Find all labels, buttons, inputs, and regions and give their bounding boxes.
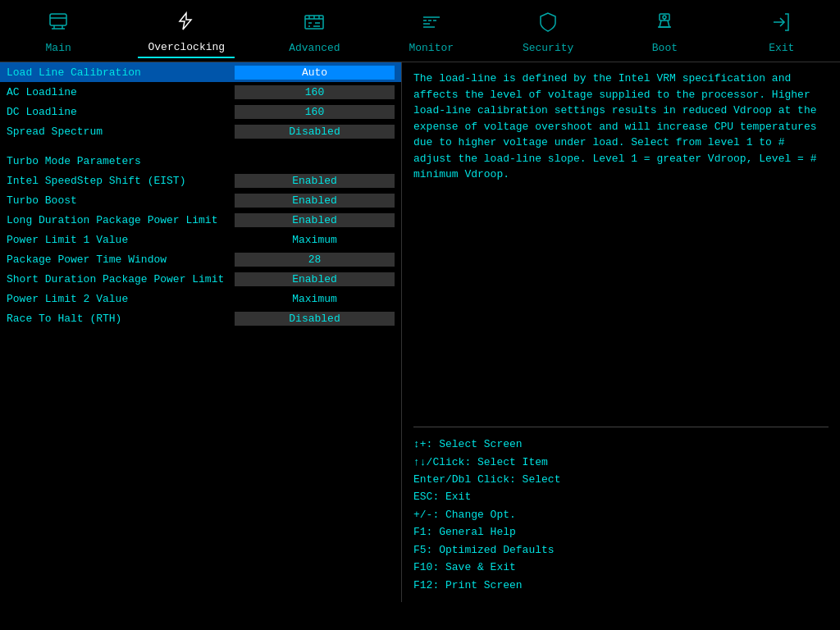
settings-row[interactable]: AC Loadline160 [0,82,401,102]
nav-overclocking[interactable]: Overclocking [138,7,235,58]
settings-row[interactable]: Long Duration Package Power LimitEnabled [0,210,401,230]
help-line: F5: Optimized Defaults [413,541,829,559]
settings-row[interactable]: Race To Halt (RTH)Disabled [0,308,401,328]
row-label: Power Limit 2 Value [7,293,235,305]
description-text: The load-line is defined by the Intel VR… [413,71,829,418]
row-label: AC Loadline [7,86,235,98]
settings-row[interactable]: DC Loadline160 [0,102,401,121]
nav-boot-label: Boot [652,42,678,54]
settings-panel: Load Line CalibrationAutoAC Loadline160D… [0,62,402,602]
settings-row[interactable]: Short Duration Package Power LimitEnable… [0,269,401,289]
nav-monitor[interactable]: Monitor [395,7,468,57]
security-icon [536,11,559,39]
settings-row[interactable]: Turbo Mode Parameters [0,151,401,171]
row-value: 160 [235,85,395,99]
spacer-row [0,141,401,151]
nav-security[interactable]: Security [511,7,585,57]
main-content: Load Line CalibrationAutoAC Loadline160D… [0,62,840,602]
row-label: DC Loadline [7,106,235,118]
overclocking-icon [175,10,198,38]
exit-icon [770,11,793,39]
help-line: F10: Save & Exit [413,559,829,576]
settings-row[interactable]: Intel SpeedStep Shift (EIST)Enabled [0,171,401,190]
row-label: Turbo Mode Parameters [7,155,395,167]
row-value: 160 [235,105,395,119]
row-value: Maximum [235,233,395,247]
row-value: Enabled [235,272,395,286]
advanced-icon [303,11,326,39]
row-value: Enabled [235,174,395,188]
svg-point-3 [663,16,666,19]
row-label: Turbo Boost [7,194,235,207]
row-label: Short Duration Package Power Limit [7,273,235,285]
row-value: 28 [235,253,395,267]
help-line: F12: Print Screen [413,577,829,594]
settings-row[interactable]: Package Power Time Window28 [0,249,401,269]
row-label: Package Power Time Window [7,253,235,266]
nav-overclocking-label: Overclocking [148,41,225,53]
help-line: ↕+: Select Screen [413,436,829,453]
row-label: Spread Spectrum [7,126,235,138]
info-panel: The load-line is defined by the Intel VR… [402,62,840,602]
row-value: Maximum [235,292,395,306]
nav-main[interactable]: Main [21,7,95,57]
divider [413,427,829,427]
top-nav: Main Overclocking Advanced Monitor Secur… [0,0,840,62]
nav-advanced-label: Advanced [289,42,340,54]
nav-boot[interactable]: Boot [628,7,701,57]
row-label: Long Duration Package Power Limit [7,214,235,226]
nav-advanced[interactable]: Advanced [277,7,351,57]
help-line: ESC: Exit [413,488,829,505]
settings-row[interactable]: Load Line CalibrationAuto [0,62,401,82]
help-text: ↕+: Select Screen↑↓/Click: Select ItemEn… [413,436,829,594]
settings-row[interactable]: Spread SpectrumDisabled [0,121,401,141]
nav-monitor-label: Monitor [409,42,454,54]
help-line: Enter/Dbl Click: Select [413,471,829,488]
row-value: Disabled [235,312,395,326]
row-value: Enabled [235,213,395,227]
row-label: Load Line Calibration [7,66,235,79]
help-line: F1: General Help [413,523,829,541]
nav-exit-label: Exit [769,42,794,54]
nav-exit[interactable]: Exit [745,7,819,57]
row-value: Auto [235,66,395,80]
help-line: ↑↓/Click: Select Item [413,454,829,471]
boot-icon [653,11,676,39]
row-value: Enabled [235,194,395,208]
row-label: Power Limit 1 Value [7,234,235,246]
settings-row[interactable]: Turbo BoostEnabled [0,190,401,210]
row-label: Race To Halt (RTH) [7,313,235,325]
main-icon [47,11,70,39]
settings-row[interactable]: Power Limit 2 ValueMaximum [0,289,401,308]
row-label: Intel SpeedStep Shift (EIST) [7,175,235,187]
nav-security-label: Security [523,42,573,54]
nav-main-label: Main [46,42,71,54]
svg-rect-0 [50,14,66,25]
monitor-icon [420,11,443,39]
row-value: Disabled [235,125,395,139]
settings-row[interactable]: Power Limit 1 ValueMaximum [0,230,401,249]
help-line: +/-: Change Opt. [413,506,829,523]
